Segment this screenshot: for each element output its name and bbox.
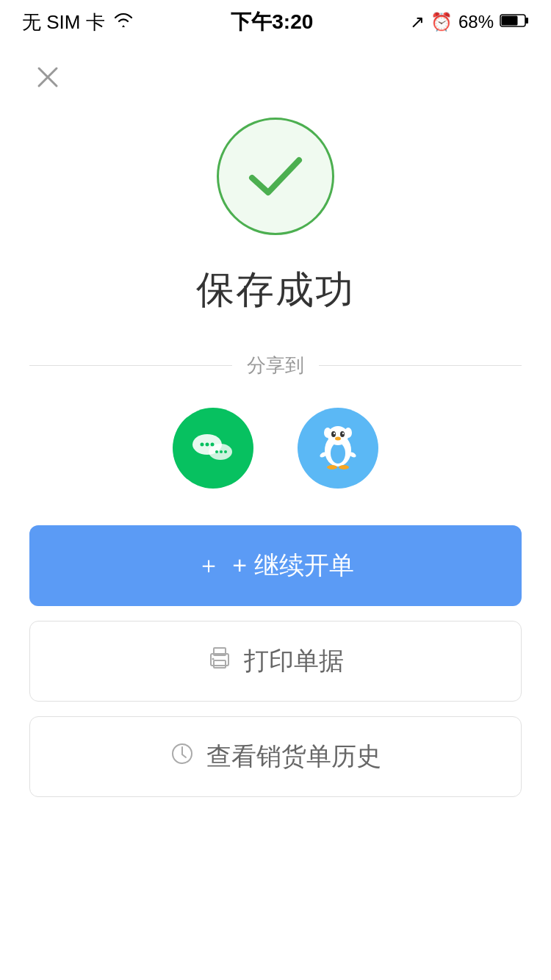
svg-point-9	[210, 442, 214, 446]
svg-point-12	[224, 450, 227, 453]
svg-point-14	[331, 443, 345, 464]
svg-rect-2	[501, 16, 517, 26]
share-icons	[29, 408, 522, 489]
alarm-icon: ⏰	[431, 12, 453, 32]
wechat-share-button[interactable]	[173, 408, 253, 489]
svg-point-19	[340, 431, 345, 437]
svg-point-22	[335, 437, 341, 441]
svg-point-7	[200, 442, 204, 446]
action-buttons: ＋ + 继续开单 打印单据 查看销货单历史	[29, 525, 522, 797]
continue-order-label: + 继续开单	[232, 549, 353, 583]
svg-point-30	[212, 658, 215, 660]
success-title: 保存成功	[196, 264, 355, 316]
location-icon: ↗	[410, 12, 425, 32]
svg-point-17	[345, 428, 352, 438]
success-section: 保存成功	[29, 118, 522, 316]
print-icon	[207, 646, 232, 676]
status-time: 下午3:20	[231, 8, 313, 36]
history-icon	[170, 741, 195, 772]
divider-left	[29, 365, 232, 366]
share-divider: 分享到	[29, 353, 522, 378]
battery-text: 68%	[458, 12, 494, 32]
print-button[interactable]: 打印单据	[29, 621, 522, 702]
svg-point-23	[327, 465, 337, 469]
share-label: 分享到	[247, 353, 304, 378]
svg-point-15	[328, 426, 348, 445]
close-button[interactable]	[29, 59, 66, 96]
status-left: 无 SIM 卡	[22, 10, 134, 35]
print-label: 打印单据	[244, 644, 344, 678]
wifi-icon	[112, 12, 134, 32]
history-label: 查看销货单历史	[206, 740, 381, 774]
continue-order-button[interactable]: ＋ + 继续开单	[29, 525, 522, 606]
svg-point-11	[220, 450, 223, 453]
svg-point-21	[342, 433, 344, 434]
divider-right	[319, 365, 522, 366]
status-right: ↗ ⏰ 68%	[410, 12, 529, 32]
plus-icon: ＋	[197, 550, 220, 582]
status-bar: 无 SIM 卡 下午3:20 ↗ ⏰ 68%	[0, 0, 551, 44]
battery-icon	[500, 12, 529, 32]
qq-share-button[interactable]	[298, 408, 378, 489]
svg-point-10	[215, 450, 218, 453]
sim-text: 无 SIM 卡	[22, 10, 105, 35]
history-button[interactable]: 查看销货单历史	[29, 716, 522, 797]
main-content: 保存成功 分享到	[0, 44, 551, 826]
svg-point-18	[331, 431, 336, 437]
svg-point-16	[324, 428, 331, 438]
svg-point-8	[205, 442, 209, 446]
share-section: 分享到	[29, 353, 522, 489]
success-circle	[217, 118, 334, 235]
svg-point-20	[334, 433, 335, 434]
svg-rect-1	[525, 18, 528, 24]
svg-rect-29	[214, 660, 226, 668]
svg-point-24	[339, 465, 349, 469]
